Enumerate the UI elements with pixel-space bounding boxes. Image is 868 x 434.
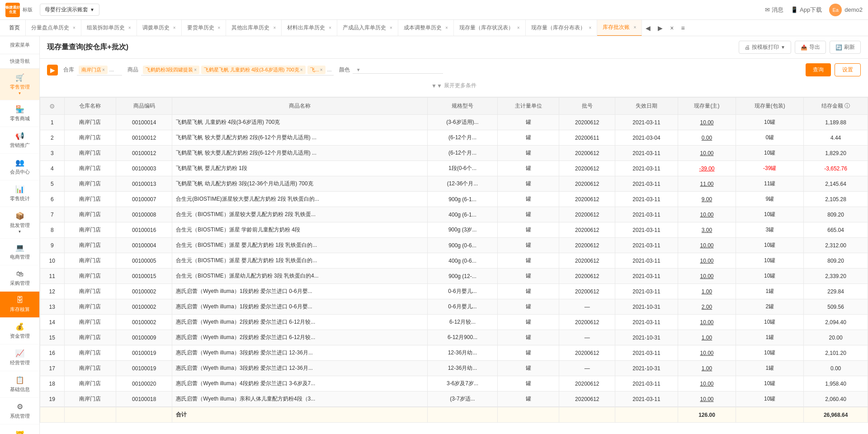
row-qty[interactable]: 10.00 — [678, 238, 736, 253]
close-icon[interactable]: × — [73, 25, 75, 30]
row-name: 合生元(BIOSTIME)派星较大婴儿配方奶粉 2段 乳铁蛋白的... — [172, 192, 427, 207]
footer-total-qty: 126.00 — [678, 407, 736, 423]
query-btn[interactable]: 查询 — [806, 63, 831, 76]
row-batch: 20200612 — [559, 238, 615, 253]
tab-xiancunliang-fenbiao[interactable]: 现存量（库存分布表） × — [526, 20, 598, 36]
sidebar-item-retail-shop[interactable]: 🏪 零售商城 — [0, 100, 39, 127]
sidebar-item-finance[interactable]: 💰 资金管理 — [0, 318, 39, 344]
row-qty[interactable]: 10.00 — [678, 376, 736, 392]
row-qty[interactable]: 10.00 — [678, 146, 736, 161]
tab-label: 材料出库单历史 — [287, 24, 325, 32]
filter-toggle-btn[interactable]: ▶ — [47, 65, 58, 75]
row-qty-pkg: 10罐 — [736, 146, 804, 161]
row-unit: 罐 — [498, 361, 559, 376]
sidebar-item-ecommerce[interactable]: 💻 电商管理 — [0, 239, 39, 265]
row-qty[interactable]: 10.00 — [678, 207, 736, 222]
tab-zuzhuangchaijie[interactable]: 组装拆卸单历史 × — [81, 20, 137, 36]
close-icon[interactable]: × — [633, 25, 636, 30]
sidebar-item-operations[interactable]: 📈 经营管理 — [0, 344, 39, 371]
row-spec: (6-12个月... — [427, 146, 498, 161]
quick-nav-btn[interactable]: 快捷导航 — [4, 56, 36, 66]
sidebar-item-enterprise[interactable]: 🤝 企业协同 — [0, 425, 39, 434]
color-filter-container[interactable]: ▼ — [353, 66, 443, 74]
row-qty[interactable]: 10.00 — [678, 392, 736, 407]
close-icon[interactable]: × — [517, 25, 520, 30]
row-qty[interactable]: 9.00 — [678, 192, 736, 207]
row-qty[interactable]: 10.00 — [678, 345, 736, 361]
tab-qitachuku[interactable]: 其他出库单历史 × — [226, 20, 282, 36]
settings-icon[interactable]: ⚙ — [49, 103, 55, 110]
remove-warehouse-tag[interactable]: × — [102, 67, 105, 72]
table-row: 13 南岸门店 00100002 惠氏启蕾（Wyeth illuma）1段奶粉 … — [40, 299, 868, 315]
user-area[interactable]: Ea demo2 — [829, 4, 863, 16]
close-icon[interactable]: × — [128, 25, 131, 30]
warehouse-tag-container[interactable]: 南岸门店 × ... — [77, 65, 122, 75]
remove-goods-tag-more[interactable]: × — [320, 67, 323, 72]
row-batch: 20200612 — [559, 376, 615, 392]
row-qty[interactable]: -39.00 — [678, 161, 736, 176]
th-settings[interactable]: ⚙ — [40, 98, 65, 115]
row-qty[interactable]: 1.00 — [678, 330, 736, 345]
tab-chenbendiaozheng[interactable]: 成本调整单历史 × — [398, 20, 454, 36]
row-code: 00100020 — [116, 376, 172, 392]
row-qty[interactable]: 10.00 — [678, 253, 736, 269]
print-btn[interactable]: 🖨 按模板打印 ▼ — [739, 41, 791, 54]
tab-xiancunliang-zhuangkuang[interactable]: 现存量（库存状况表） × — [454, 20, 526, 36]
tab-diaobodanlishi[interactable]: 调拨单历史 × — [137, 20, 182, 36]
sidebar-item-wholesale[interactable]: 📦 批发管理 — [0, 207, 39, 239]
tab-chanchengpin[interactable]: 产成品入库单历史 × — [337, 20, 398, 36]
row-unit: 罐 — [498, 315, 559, 330]
nav-next-arrow[interactable]: ▶ — [654, 24, 666, 32]
row-qty[interactable]: 10.00 — [678, 315, 736, 330]
close-icon[interactable]: × — [589, 25, 592, 30]
close-icon[interactable]: × — [390, 25, 392, 30]
setting-btn[interactable]: 设置 — [835, 63, 861, 76]
row-qty[interactable]: 0.00 — [678, 130, 736, 146]
tab-fenliangpandian[interactable]: 分量盘点单历史 × — [26, 20, 81, 36]
tab-cailiaochuku[interactable]: 材料出库单历史 × — [282, 20, 337, 36]
sidebar-item-system[interactable]: ⚙ 系统管理 — [0, 398, 39, 425]
sidebar-item-purchase[interactable]: 🛍 采购管理 — [0, 265, 39, 292]
goods-more-dots[interactable]: ... — [327, 66, 332, 73]
industry-select[interactable]: 母婴行业演示账套 ▼ — [40, 4, 99, 16]
sidebar-item-retail-mgmt[interactable]: 🛒 零售管理 — [0, 69, 39, 100]
row-unit: 罐 — [498, 330, 559, 345]
close-icon[interactable]: × — [218, 25, 221, 30]
nav-menu-btn[interactable]: ≡ — [677, 24, 688, 32]
expand-more-btn[interactable]: ▼▼ 展开更多条件 — [47, 79, 861, 92]
tab-home[interactable]: 首页 — [4, 20, 26, 36]
tab-kucunpici[interactable]: 库存批次账 × — [597, 20, 642, 36]
row-qty[interactable]: 2.00 — [678, 299, 736, 315]
sidebar-item-members[interactable]: 👥 会员中心 — [0, 154, 39, 180]
row-qty[interactable]: 3.00 — [678, 222, 736, 238]
remove-goods-tag-2[interactable]: × — [300, 67, 303, 72]
row-qty[interactable]: 11.00 — [678, 176, 736, 192]
export-btn[interactable]: 📤 导出 — [795, 41, 826, 54]
refresh-btn[interactable]: 🔄 刷新 — [830, 41, 861, 54]
close-icon[interactable]: × — [173, 25, 176, 30]
sidebar-item-retail-stats[interactable]: 📊 零售统计 — [0, 180, 39, 207]
row-qty[interactable]: 1.00 — [678, 361, 736, 376]
warehouse-more-dots[interactable]: ... — [109, 66, 114, 73]
close-icon[interactable]: × — [273, 25, 276, 30]
nav-prev-arrow[interactable]: ◀ — [642, 24, 654, 32]
message-btn[interactable]: ✉ 消息 — [765, 6, 783, 14]
row-warehouse: 南岸门店 — [64, 130, 116, 146]
sidebar-item-inventory[interactable]: 🗄 库存核算 — [0, 292, 39, 318]
row-amount: 2,312.00 — [804, 238, 868, 253]
close-icon[interactable]: × — [445, 25, 448, 30]
row-amount: 2,094.40 — [804, 315, 868, 330]
close-icon[interactable]: × — [329, 25, 331, 30]
row-qty[interactable]: 10.00 — [678, 269, 736, 284]
app-download-btn[interactable]: 📱 App下载 — [791, 6, 822, 14]
tab-yaohuo[interactable]: 要货单历史 × — [182, 20, 226, 36]
goods-filter-container[interactable]: 飞鹤奶粉3段四罐提装 × 飞鹤星飞帆 儿童奶粉 4段(3-6岁适用) 700克 … — [141, 65, 334, 75]
remove-goods-tag-1[interactable]: × — [194, 67, 197, 72]
search-menu-btn[interactable]: 搜索菜单 — [4, 40, 36, 50]
sidebar-item-marketing[interactable]: 📢 营销推广 — [0, 127, 39, 154]
row-qty[interactable]: 10.00 — [678, 115, 736, 130]
sidebar-item-basic-info[interactable]: 📋 基础信息 — [0, 371, 39, 398]
ecommerce-icon: 💻 — [15, 243, 24, 252]
nav-close-all[interactable]: × — [666, 24, 677, 32]
row-qty[interactable]: 1.00 — [678, 284, 736, 299]
